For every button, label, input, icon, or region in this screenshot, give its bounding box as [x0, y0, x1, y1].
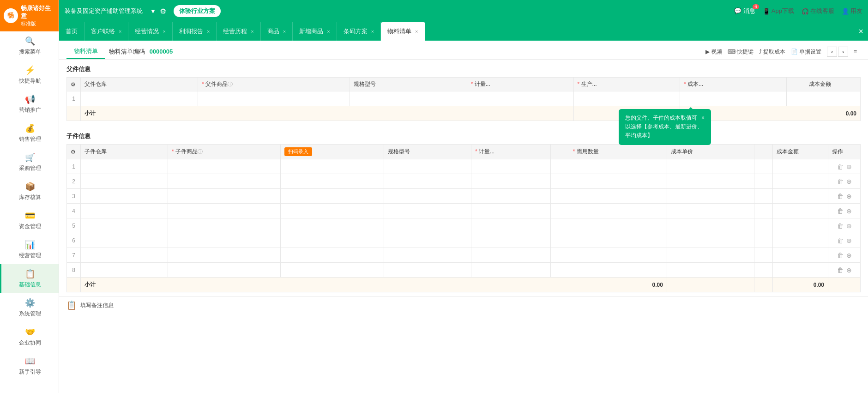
child-row-6-spec[interactable]	[384, 233, 471, 248]
user-area[interactable]: 👤 用友	[842, 7, 862, 15]
child-row-6-unit[interactable]	[471, 233, 551, 248]
sidebar-item-sales[interactable]: 💰 销售管理	[0, 119, 59, 148]
child-row-2-goods[interactable]	[168, 174, 280, 189]
close-bom-icon[interactable]: ×	[415, 29, 418, 34]
child-row-2-warehouse[interactable]	[81, 174, 168, 189]
message-badge[interactable]: 💬 消息 6	[734, 7, 755, 15]
tab-bom[interactable]: 物料清单 ×	[381, 22, 425, 41]
copy-icon-3[interactable]: ⊕	[846, 193, 852, 200]
gear-settings-icon[interactable]: ⚙	[71, 81, 76, 88]
child-row-7-qty[interactable]	[569, 248, 667, 263]
delete-icon-5[interactable]: 🗑	[837, 222, 844, 230]
copy-icon-7[interactable]: ⊕	[846, 252, 852, 259]
tab-barcode[interactable]: 条码方案 ×	[337, 22, 381, 41]
sidebar-item-marketing[interactable]: 📢 营销推广	[0, 90, 59, 119]
child-row-8-qty[interactable]	[569, 263, 667, 278]
child-row-1-spec[interactable]	[384, 159, 471, 174]
sidebar-item-finance[interactable]: 💳 资金管理	[0, 206, 59, 235]
pager-next-btn[interactable]: ›	[838, 47, 848, 57]
delete-icon-8[interactable]: 🗑	[837, 266, 844, 274]
child-row-5-goods[interactable]	[168, 218, 280, 233]
close-all-tabs-icon[interactable]: ×	[854, 27, 868, 36]
child-row-5-unit[interactable]	[471, 218, 551, 233]
child-row-8-unit[interactable]	[471, 263, 551, 278]
child-row-4-warehouse[interactable]	[81, 204, 168, 218]
child-row-5-cost-amount[interactable]	[773, 218, 828, 233]
child-row-4-cost-amount[interactable]	[773, 204, 828, 218]
parent-row-1-cost[interactable]	[680, 91, 787, 106]
app-download[interactable]: 📱 App下载	[763, 7, 794, 15]
parent-row-1-goods[interactable]	[198, 91, 350, 106]
child-row-8-spec[interactable]	[384, 263, 471, 278]
child-row-2-cost-amount[interactable]	[773, 174, 828, 189]
sidebar-item-search[interactable]: 🔍 搜索菜单	[0, 31, 59, 60]
single-settings-btn[interactable]: 📄 单据设置	[791, 48, 821, 56]
tab-goods[interactable]: 商品 ×	[261, 22, 293, 41]
parent-row-1-prod[interactable]	[573, 91, 680, 106]
child-row-1-warehouse[interactable]	[81, 159, 168, 174]
close-customer-icon[interactable]: ×	[119, 29, 121, 34]
delete-icon-6[interactable]: 🗑	[837, 237, 844, 244]
child-row-5-qty[interactable]	[569, 218, 667, 233]
copy-icon-1[interactable]: ⊕	[846, 163, 852, 170]
child-row-7-unit-cost[interactable]	[667, 248, 754, 263]
delete-icon-3[interactable]: 🗑	[837, 193, 844, 200]
tab-business[interactable]: 经营情况 ×	[128, 22, 172, 41]
child-row-8-warehouse[interactable]	[81, 263, 168, 278]
tooltip-close-btn[interactable]: ×	[701, 114, 705, 122]
child-row-4-spec[interactable]	[384, 204, 471, 218]
sidebar-item-collab[interactable]: 🤝 企业协同	[0, 322, 59, 351]
parent-row-1-warehouse[interactable]	[81, 91, 198, 106]
dropdown-arrow-icon[interactable]: ▼	[150, 8, 156, 15]
shortcut-btn[interactable]: ⌨ 快捷键	[728, 48, 753, 56]
sub-tab-bom-list[interactable]: 物料清单	[66, 44, 105, 59]
sidebar-item-inventory[interactable]: 📦 库存核算	[0, 177, 59, 206]
parent-row-1-cost-amount[interactable]	[805, 91, 861, 106]
child-row-3-warehouse[interactable]	[81, 189, 168, 204]
gear-child-settings-icon[interactable]: ⚙	[71, 149, 76, 155]
trial-button[interactable]: 体验行业方案	[174, 5, 221, 17]
delete-icon-2[interactable]: 🗑	[837, 178, 844, 185]
child-row-4-goods[interactable]	[168, 204, 280, 218]
tab-new-goods[interactable]: 新增商品 ×	[293, 22, 337, 41]
child-row-7-cost-amount[interactable]	[773, 248, 828, 263]
pager-prev-btn[interactable]: ‹	[827, 47, 837, 57]
tab-biz-history[interactable]: 经营历程 ×	[217, 22, 260, 41]
child-row-1-unit-cost[interactable]	[667, 159, 754, 174]
copy-icon-4[interactable]: ⊕	[846, 207, 852, 215]
sidebar-item-quick-nav[interactable]: ⚡ 快捷导航	[0, 60, 59, 90]
copy-icon-2[interactable]: ⊕	[846, 178, 852, 185]
child-row-6-goods[interactable]	[168, 233, 280, 248]
copy-icon-5[interactable]: ⊕	[846, 222, 852, 230]
close-goods-icon[interactable]: ×	[283, 29, 286, 34]
child-row-1-goods[interactable]	[168, 159, 280, 174]
parent-row-1-unit[interactable]	[467, 91, 573, 106]
child-row-3-qty[interactable]	[569, 189, 667, 204]
sidebar-item-basic[interactable]: 📋 基础信息	[0, 264, 59, 293]
child-row-4-unit[interactable]	[471, 204, 551, 218]
sidebar-item-system[interactable]: ⚙️ 系统管理	[0, 293, 59, 322]
child-row-1-qty[interactable]	[569, 159, 667, 174]
child-row-6-warehouse[interactable]	[81, 233, 168, 248]
child-row-6-unit-cost[interactable]	[667, 233, 754, 248]
child-row-8-unit-cost[interactable]	[667, 263, 754, 278]
copy-icon-6[interactable]: ⊕	[846, 237, 852, 244]
view-btn[interactable]: ▶ 视频	[705, 48, 722, 56]
close-business-icon[interactable]: ×	[163, 29, 165, 34]
child-row-4-qty[interactable]	[569, 204, 667, 218]
parent-row-1-spec[interactable]	[350, 91, 467, 106]
child-row-3-unit-cost[interactable]	[667, 189, 754, 204]
child-row-7-goods[interactable]	[168, 248, 280, 263]
sidebar-item-ops[interactable]: 📊 经营管理	[0, 235, 59, 264]
view-toggle-btn[interactable]: ≡	[854, 48, 857, 55]
child-row-2-unit[interactable]	[471, 174, 551, 189]
child-row-3-unit[interactable]	[471, 189, 551, 204]
child-row-5-warehouse[interactable]	[81, 218, 168, 233]
extract-cost-btn[interactable]: ⤴ 提取成本	[759, 48, 785, 56]
child-row-3-cost-amount[interactable]	[773, 189, 828, 204]
child-row-3-spec[interactable]	[384, 189, 471, 204]
child-row-2-qty[interactable]	[569, 174, 667, 189]
child-row-7-unit[interactable]	[471, 248, 551, 263]
copy-icon-8[interactable]: ⊕	[846, 266, 852, 274]
close-biz-history-icon[interactable]: ×	[251, 29, 253, 34]
